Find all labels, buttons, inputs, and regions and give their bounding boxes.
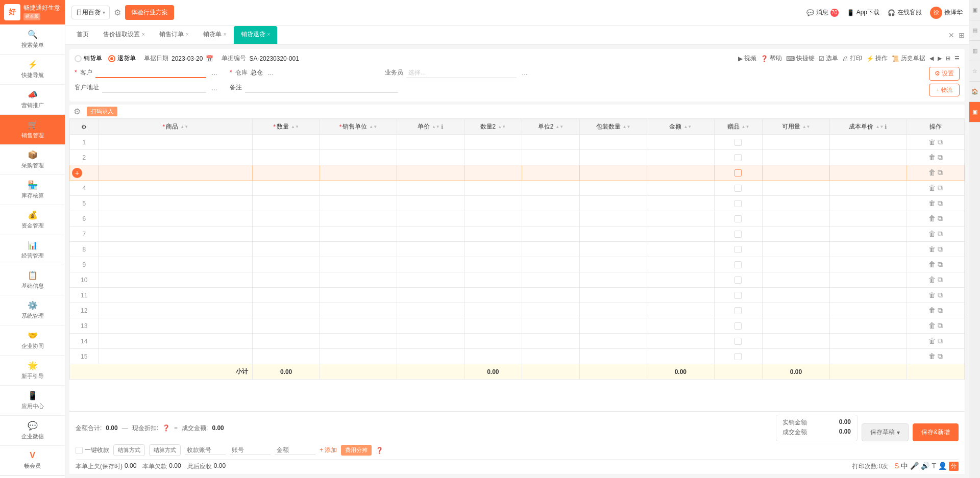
- amount-sort-icon[interactable]: ▲▼: [683, 124, 692, 129]
- message-btn[interactable]: 💬 消息 70: [806, 8, 839, 17]
- bank-no-input[interactable]: [230, 445, 271, 455]
- logistics-btn[interactable]: + 物流: [929, 84, 960, 96]
- copy-row-15-btn[interactable]: ⧉: [938, 352, 943, 361]
- fee-info-icon[interactable]: ❓: [376, 447, 383, 454]
- delete-row-12-btn[interactable]: 🗑: [928, 306, 936, 315]
- remark-input[interactable]: [245, 82, 398, 93]
- table-scroll-area[interactable]: ⚙ * 商品 ▲▼ * 数量: [69, 119, 965, 411]
- gift-checkbox-11[interactable]: [734, 292, 742, 299]
- address-input[interactable]: [102, 82, 206, 93]
- customer-input[interactable]: [95, 67, 207, 78]
- sidebar-item-finance[interactable]: 💰 资金管理: [0, 205, 65, 235]
- gift-checkbox-1[interactable]: [734, 139, 742, 146]
- payment-amount-input[interactable]: [275, 445, 315, 455]
- row-4-goods[interactable]: [99, 181, 253, 196]
- delete-row-1-btn[interactable]: 🗑: [928, 138, 936, 146]
- one-click-payment-cb[interactable]: [76, 447, 83, 454]
- row-2-qty[interactable]: [253, 150, 320, 165]
- row-3-goods-input[interactable]: [101, 169, 251, 177]
- scan-input-button[interactable]: 扫码录入: [87, 107, 117, 116]
- online-service-btn[interactable]: 🎧 在线客服: [888, 8, 922, 17]
- price-sort-icon[interactable]: ▲▼: [432, 124, 440, 129]
- delete-row-15-btn[interactable]: 🗑: [928, 352, 936, 361]
- add-row-button[interactable]: +: [72, 168, 82, 178]
- copy-row-10-btn[interactable]: ⧉: [938, 275, 943, 284]
- delete-row-9-btn[interactable]: 🗑: [928, 260, 936, 269]
- select-btn[interactable]: ☑ 选单: [819, 54, 838, 63]
- copy-row-13-btn[interactable]: ⧉: [938, 321, 943, 330]
- row-3-pkg[interactable]: [579, 165, 647, 181]
- sidebar-item-wechat[interactable]: 💬 企业微信: [0, 416, 65, 446]
- tab-price-settings-close[interactable]: ×: [142, 32, 145, 37]
- row-1-available[interactable]: [763, 135, 830, 150]
- sidebar-item-operation[interactable]: 📊 经营管理: [0, 235, 65, 265]
- right-bar-btn-6-orange[interactable]: ▣: [969, 102, 980, 122]
- gift-checkbox-13[interactable]: [734, 322, 742, 330]
- right-bar-btn-5[interactable]: 🏠: [969, 82, 980, 102]
- row-2-amount[interactable]: [647, 150, 714, 165]
- translate-icon[interactable]: T: [932, 462, 936, 471]
- copy-row-4-btn[interactable]: ⧉: [938, 184, 943, 192]
- experience-button[interactable]: 体验行业方案: [125, 5, 174, 20]
- row-3-qty[interactable]: [253, 165, 320, 181]
- row-3-available[interactable]: [763, 165, 830, 181]
- tab-price-settings[interactable]: 售价提取设置 ×: [96, 26, 152, 44]
- row-1-amount[interactable]: [647, 135, 714, 150]
- delete-row-6-btn[interactable]: 🗑: [928, 214, 936, 223]
- save-draft-button[interactable]: 保存草稿 ▾: [862, 423, 909, 441]
- row-2-unit[interactable]: [320, 150, 397, 165]
- unit-sort-icon[interactable]: ▲▼: [369, 124, 377, 129]
- delete-row-14-btn[interactable]: 🗑: [928, 337, 936, 345]
- row-3-amount[interactable]: [647, 165, 714, 181]
- industry-selector[interactable]: 日用百货 ▾: [71, 6, 110, 19]
- sidebar-item-shortcut[interactable]: ⚡ 快捷导航: [0, 55, 65, 85]
- date-value[interactable]: 2023-03-20: [172, 55, 203, 62]
- video-btn[interactable]: ▶ 视频: [738, 54, 756, 63]
- one-click-payment-checkbox[interactable]: 一键收款: [76, 446, 109, 455]
- prev-btn[interactable]: ◀: [929, 55, 934, 62]
- delete-row-10-btn[interactable]: 🗑: [928, 275, 936, 284]
- goods-sort-icon[interactable]: ▲▼: [180, 124, 188, 129]
- gift-checkbox-8[interactable]: [734, 246, 742, 253]
- right-bar-btn-1[interactable]: ▣: [969, 0, 980, 20]
- copy-row-5-btn[interactable]: ⧉: [938, 199, 943, 208]
- topbar-gear-icon[interactable]: ⚙: [114, 8, 121, 17]
- delete-row-2-btn[interactable]: 🗑: [928, 153, 936, 162]
- row-3-unit[interactable]: [320, 165, 397, 181]
- print-btn[interactable]: 🖨 打印: [842, 54, 862, 63]
- row-3-gift[interactable]: [714, 165, 762, 181]
- gift-checkbox-12[interactable]: [734, 307, 742, 314]
- discount-info-icon[interactable]: ❓: [162, 424, 170, 432]
- sidebar-item-member[interactable]: V 畅会员: [0, 446, 65, 475]
- row-2-qty2[interactable]: [464, 150, 522, 165]
- tab-sales-return-close[interactable]: ×: [267, 32, 271, 37]
- fee-split-btn[interactable]: 费用分摊: [341, 445, 372, 456]
- copy-row-8-btn[interactable]: ⧉: [938, 245, 943, 254]
- delete-row-7-btn[interactable]: 🗑: [928, 230, 936, 238]
- tab-sales-order-close[interactable]: ×: [186, 32, 189, 37]
- row-3-goods[interactable]: [99, 165, 253, 181]
- save-new-button[interactable]: 保存&新增: [913, 423, 959, 441]
- return-order-radio[interactable]: 退货单: [108, 54, 136, 63]
- payment-method-btn[interactable]: 结算方式: [113, 444, 145, 456]
- copy-row-12-btn[interactable]: ⧉: [938, 306, 943, 315]
- row-3-price[interactable]: [397, 165, 464, 181]
- delete-row-11-btn[interactable]: 🗑: [928, 291, 936, 299]
- row-1-unit2[interactable]: [522, 135, 579, 150]
- qty2-sort-icon[interactable]: ▲▼: [498, 124, 506, 129]
- gift-checkbox-2[interactable]: [734, 154, 742, 161]
- mic-icon[interactable]: 🎤: [910, 462, 919, 471]
- sidebar-item-purchase[interactable]: 📦 采购管理: [0, 145, 65, 175]
- sidebar-item-system[interactable]: ⚙️ 系统管理: [0, 295, 65, 325]
- gift-checkbox-3[interactable]: [734, 169, 742, 177]
- row-2-gift[interactable]: [714, 150, 762, 165]
- sidebar-item-promotion[interactable]: 📣 营销推广: [0, 85, 65, 115]
- right-bar-btn-4[interactable]: ☆: [969, 61, 980, 82]
- delete-row-13-btn[interactable]: 🗑: [928, 321, 936, 330]
- copy-row-6-btn[interactable]: ⧉: [938, 214, 943, 223]
- sidebar-item-sales[interactable]: 🛒 销售管理: [0, 115, 65, 145]
- row-2-available[interactable]: [763, 150, 830, 165]
- row-3-cost[interactable]: [830, 165, 907, 181]
- calendar-icon[interactable]: 📅: [206, 55, 213, 62]
- help-btn[interactable]: ❓ 帮助: [761, 54, 782, 63]
